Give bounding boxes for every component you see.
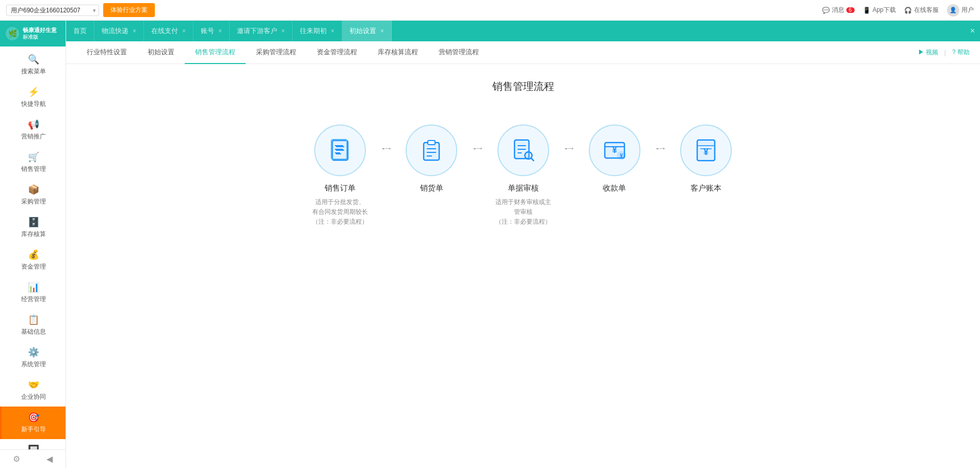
- nav-tab-close-period-init[interactable]: ×: [331, 27, 334, 35]
- app-download-label: App下载: [873, 6, 896, 14]
- sidebar-logo: 🌿 畅康通好生意 标准版: [0, 21, 66, 46]
- sidebar-label-marketing-promo: 营销推广: [21, 132, 46, 141]
- logo-icon: 🌿: [5, 26, 20, 41]
- sidebar-bottom: ⚙ ◀: [0, 449, 66, 468]
- nav-tab-payment[interactable]: 在线支付×: [144, 21, 194, 41]
- sidebar-icon-marketing-promo: 📢: [28, 119, 39, 130]
- sidebar-label-purchase-mgmt: 采购管理: [21, 197, 46, 206]
- sub-tab-init[interactable]: 初始设置: [137, 41, 185, 64]
- step-name-doc-review: 单据审核: [508, 183, 539, 193]
- play-icon: ▶: [918, 49, 924, 56]
- nav-tab-label-init-settings: 初始设置: [349, 26, 376, 36]
- sidebar-icon-new-guide: 🎯: [28, 412, 39, 423]
- flow-container: 销售管理流程 销售订单 适用于分批发货、有合同发货周期较长（注：非必要流程） ·…: [66, 64, 980, 243]
- sidebar-label-quick-nav: 快捷导航: [21, 100, 46, 108]
- sidebar-item-new-guide[interactable]: 🎯 新手引导: [0, 407, 66, 439]
- flow-step-doc-review[interactable]: 单据审核 适用于财务审核或主管审核（注：非必要流程）: [477, 124, 570, 227]
- sub-tab-inventory-flow[interactable]: 库存核算流程: [367, 41, 428, 64]
- message-item[interactable]: 💬 消息 6: [822, 6, 855, 14]
- close-all-tabs[interactable]: ×: [965, 21, 980, 41]
- step-desc-sales-order: 适用于分批发货、有合同发货周期较长（注：非必要流程）: [312, 197, 368, 227]
- user-select[interactable]: 用户690企业1660120507: [6, 5, 99, 16]
- app-download-item[interactable]: 📱 App下载: [863, 6, 896, 14]
- sub-tabs-right: ▶ 视频 | ? 帮助: [918, 48, 970, 57]
- message-label: 消息: [832, 6, 844, 14]
- sub-tab-sales-flow[interactable]: 销售管理流程: [185, 41, 246, 64]
- sidebar-icon-enterprise-collab: 🤝: [28, 379, 39, 391]
- sidebar-item-sales-mgmt[interactable]: 🛒 销售管理: [0, 146, 66, 179]
- nav-tab-close-account[interactable]: ×: [218, 27, 222, 35]
- step-name-sales-order: 销售订单: [325, 183, 356, 193]
- page-content: 行业特性设置初始设置销售管理流程采购管理流程资金管理流程库存核算流程营销管理流程…: [66, 41, 980, 468]
- settings-icon[interactable]: ⚙: [13, 454, 20, 464]
- sub-tab-finance-flow[interactable]: 资金管理流程: [307, 41, 367, 64]
- sidebar-label-sales-mgmt: 销售管理: [21, 165, 46, 174]
- nav-tab-close-payment[interactable]: ×: [182, 27, 186, 35]
- sidebar-item-marketing-promo[interactable]: 📢 营销推广: [0, 114, 66, 146]
- main-layout: 🌿 畅康通好生意 标准版 🔍 搜索菜单 ⚡ 快捷导航 📢 营销推广 🛒 销售管理…: [0, 21, 980, 468]
- sidebar-label-basic-info: 基础信息: [21, 327, 46, 336]
- nav-tab-account[interactable]: 账号×: [194, 21, 230, 41]
- sidebar-item-quick-nav[interactable]: ⚡ 快捷导航: [0, 81, 66, 114]
- step-circle-sales-invoice: [406, 124, 457, 176]
- sidebar-item-search-menu[interactable]: 🔍 搜索菜单: [0, 49, 66, 81]
- flow-step-sales-order[interactable]: 销售订单 适用于分批发货、有合同发货周期较长（注：非必要流程）: [294, 124, 387, 227]
- nav-tab-home[interactable]: 首页: [66, 21, 94, 41]
- question-icon: ?: [952, 49, 956, 56]
- sidebar-item-app-center[interactable]: 🔲 应用中心: [0, 439, 66, 449]
- sidebar-item-operations[interactable]: 📊 经营管理: [0, 276, 66, 309]
- top-bar-right: 💬 消息 6 📱 App下载 🎧 在线客服 👤 用户: [822, 4, 974, 17]
- sidebar-icon-inventory: 🗄️: [28, 216, 39, 228]
- svg-text:🌿: 🌿: [8, 29, 18, 38]
- sidebar-item-system-mgmt[interactable]: ⚙️ 系统管理: [0, 341, 66, 374]
- nav-tab-close-invite-customer[interactable]: ×: [281, 27, 285, 35]
- username-label: 用户: [961, 6, 974, 14]
- experience-btn[interactable]: 体验行业方案: [103, 3, 155, 17]
- help-link[interactable]: ? 帮助: [952, 48, 970, 57]
- sidebar-icon-finance: 💰: [28, 249, 39, 260]
- sidebar-label-new-guide: 新手引导: [21, 425, 46, 434]
- collapse-icon[interactable]: ◀: [46, 454, 53, 464]
- sidebar: 🌿 畅康通好生意 标准版 🔍 搜索菜单 ⚡ 快捷导航 📢 营销推广 🛒 销售管理…: [0, 21, 66, 468]
- sub-tab-industry[interactable]: 行业特性设置: [76, 41, 137, 64]
- sidebar-icon-purchase-mgmt: 📦: [28, 184, 39, 195]
- video-link[interactable]: ▶ 视频: [918, 48, 938, 57]
- nav-tab-logistics[interactable]: 物流快递×: [94, 21, 144, 41]
- flow-step-receipt[interactable]: ¥ ¥ 收款单: [568, 124, 661, 197]
- nav-tab-invite-customer[interactable]: 邀请下游客户×: [230, 21, 293, 41]
- online-service-item[interactable]: 🎧 在线客服: [904, 6, 939, 14]
- logo-text: 畅康通好生意: [23, 26, 57, 34]
- sidebar-item-enterprise-collab[interactable]: 🤝 企业协同: [0, 374, 66, 407]
- step-circle-doc-review: [497, 124, 549, 176]
- headset-icon: 🎧: [904, 7, 912, 14]
- nav-tab-close-logistics[interactable]: ×: [133, 27, 136, 35]
- nav-tab-period-init[interactable]: 往来期初×: [293, 21, 342, 41]
- nav-tab-label-invite-customer: 邀请下游客户: [237, 26, 277, 36]
- flow-step-customer-ledger[interactable]: ¥ 客户账本: [660, 124, 752, 197]
- sub-tab-marketing-flow[interactable]: 营销管理流程: [428, 41, 489, 64]
- sub-tab-purchase-flow[interactable]: 采购管理流程: [246, 41, 307, 64]
- nav-tab-close-init-settings[interactable]: ×: [380, 27, 384, 35]
- sidebar-label-operations: 经营管理: [21, 295, 46, 304]
- user-select-wrap[interactable]: 用户690企业1660120507: [6, 5, 99, 16]
- message-badge: 6: [846, 7, 855, 13]
- sidebar-icon-system-mgmt: ⚙️: [28, 347, 39, 358]
- svg-line-20: [531, 158, 534, 161]
- top-bar: 用户690企业1660120507 体验行业方案 💬 消息 6 📱 App下载 …: [0, 0, 980, 21]
- sidebar-item-purchase-mgmt[interactable]: 📦 采购管理: [0, 179, 66, 211]
- nav-tabs: 首页物流快递×在线支付×账号×邀请下游客户×往来期初×初始设置××: [66, 21, 980, 41]
- user-item[interactable]: 👤 用户: [947, 4, 974, 17]
- sidebar-label-search-menu: 搜索菜单: [21, 67, 46, 76]
- step-circle-receipt: ¥ ¥: [589, 124, 640, 176]
- sidebar-icon-app-center: 🔲: [28, 444, 39, 449]
- sidebar-label-inventory: 库存核算: [21, 230, 46, 239]
- nav-tab-init-settings[interactable]: 初始设置×: [342, 21, 392, 41]
- flow-steps: 销售订单 适用于分批发货、有合同发货周期较长（注：非必要流程） ···→ 销货单…: [76, 124, 970, 227]
- flow-step-sales-invoice[interactable]: 销货单: [385, 124, 478, 197]
- sidebar-item-basic-info[interactable]: 📋 基础信息: [0, 309, 66, 341]
- sidebar-item-inventory[interactable]: 🗄️ 库存核算: [0, 211, 66, 244]
- sidebar-item-finance[interactable]: 💰 资金管理: [0, 244, 66, 276]
- sidebar-icon-sales-mgmt: 🛒: [28, 151, 39, 163]
- svg-text:¥: ¥: [619, 152, 623, 159]
- content-area: 首页物流快递×在线支付×账号×邀请下游客户×往来期初×初始设置×× 行业特性设置…: [66, 21, 980, 468]
